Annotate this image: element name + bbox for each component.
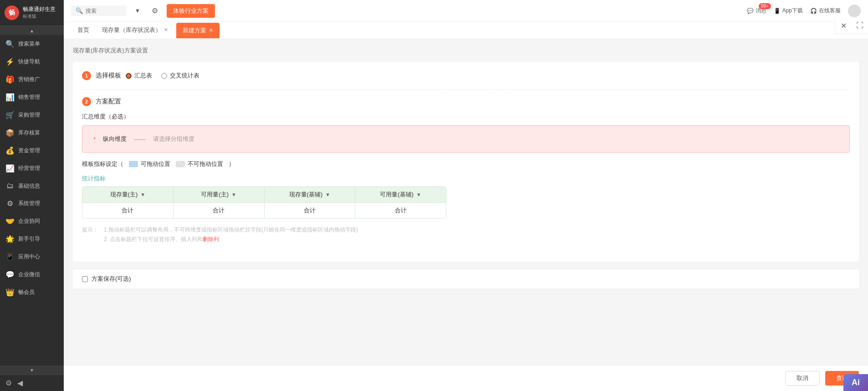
dimension-label: 汇总维度（必选） — [82, 113, 850, 121]
sidebar-item-finance[interactable]: 💰资金管理 — [0, 142, 64, 159]
page-title: 现存量(库存状况表)方案设置 — [73, 46, 859, 55]
stats-col-可用量(主)[interactable]: 可用量(主)▼ — [174, 187, 265, 202]
sidebar-item-sales[interactable]: 📊销售管理 — [0, 88, 64, 106]
settings-icon[interactable]: ⚙ — [5, 379, 12, 387]
sidebar-item-app-center[interactable]: 📱应用中心 — [0, 248, 64, 266]
stats-cell-可用量(基辅): 合计 — [355, 203, 446, 218]
content-area: 现存量(库存状况表)方案设置 1 选择模板 汇总表交叉统计表 2 方案配置 汇总… — [64, 39, 868, 365]
step2-badge: 2 — [82, 97, 91, 106]
stats-row: 合计合计合计合计 — [82, 202, 446, 218]
cancel-button[interactable]: 取消 — [785, 371, 820, 386]
step1-badge: 1 — [82, 71, 91, 80]
search-box[interactable]: 🔍 — [71, 5, 127, 16]
step2-title: 方案配置 — [96, 98, 121, 106]
col-dropdown[interactable]: ▼ — [140, 192, 145, 197]
message-badge: 99+ — [759, 3, 771, 9]
template-radio-group: 汇总表交叉统计表 — [126, 72, 199, 80]
step1-header: 1 选择模板 汇总表交叉统计表 — [82, 71, 850, 80]
sidebar-item-wechat[interactable]: 💬企业微信 — [0, 266, 64, 283]
template-indicator: 模板指标设定（ 可拖动位置 不可拖动位置 ） — [82, 160, 850, 168]
step2-section: 2 方案配置 汇总维度（必选） * 纵向维度 —— 请选择分组维度 模板指标设定… — [82, 97, 850, 243]
sidebar-item-system[interactable]: ⚙系统管理 — [0, 195, 64, 212]
required-mark: * — [93, 136, 96, 143]
dropdown-btn[interactable]: ▼ — [132, 5, 143, 16]
sidebar-item-marketing[interactable]: 🎁营销推广 — [0, 71, 64, 88]
sidebar-item-purchase[interactable]: 🛒采购管理 — [0, 106, 64, 124]
logo-text: 畅康通好生意 标准版 — [23, 6, 56, 20]
radio-summary[interactable]: 汇总表 — [126, 72, 152, 80]
dimension-box: * 纵向维度 —— 请选择分组维度 — [82, 125, 850, 153]
sidebar-scroll-up[interactable]: ▲ — [0, 26, 64, 35]
sidebar-item-search-menu[interactable]: 🔍搜索菜单 — [0, 35, 64, 53]
sidebar-item-operation[interactable]: 📈经营管理 — [0, 159, 64, 177]
purchase-icon: 🛒 — [5, 111, 15, 119]
sidebar-item-cooperation[interactable]: 🤝企业协同 — [0, 212, 64, 230]
window-expand-btn[interactable]: ⛶ — [852, 17, 868, 34]
sidebar-item-inventory[interactable]: 📦库存核算 — [0, 124, 64, 142]
save-checkbox[interactable] — [82, 276, 88, 282]
save-checkbox-row: 方案保存(可选) — [73, 269, 859, 288]
stats-table: 现存量(主)▼可用量(主)▼现存量(基辅)▼可用量(基辅)▼ 合计合计合计合计 — [82, 186, 446, 219]
app-download-btn[interactable]: 📱 App下载 — [774, 7, 803, 15]
dimension-placeholder[interactable]: 请选择分组维度 — [153, 135, 194, 143]
message-icon: 💬 — [747, 8, 754, 14]
tab-0[interactable]: 首页 — [71, 22, 96, 39]
logo-icon: 畅 — [5, 5, 19, 20]
topbar: 🔍 ▼ ⚙ 体验行业方案 💬 消息 99+ 📱 App下载 🎧 在线客服 — [64, 0, 868, 22]
operation-icon: 📈 — [5, 164, 15, 173]
user-avatar[interactable] — [848, 5, 861, 17]
member-icon: 👑 — [5, 288, 15, 297]
stats-cell-现存量(基辅): 合计 — [265, 203, 356, 218]
trial-btn[interactable]: 体验行业方案 — [167, 4, 215, 18]
movable-box — [129, 161, 138, 167]
system-icon: ⚙ — [5, 199, 15, 208]
inventory-icon: 📦 — [5, 129, 15, 137]
collapse-icon[interactable]: ◀ — [17, 379, 23, 387]
tab-2[interactable]: 新建方案✕ — [176, 23, 220, 38]
tab-close-2[interactable]: ✕ — [209, 27, 213, 33]
cooperation-icon: 🤝 — [5, 217, 15, 226]
main-area: 🔍 ▼ ⚙ 体验行业方案 💬 消息 99+ 📱 App下载 🎧 在线客服 — [64, 0, 868, 391]
stats-col-现存量(基辅)[interactable]: 现存量(基辅)▼ — [265, 187, 356, 202]
sidebar-bottom: ⚙ ◀ — [0, 375, 64, 391]
quick-nav-icon: ⚡ — [5, 57, 15, 66]
tip2: 2. 点击标题栏下拉可设置排序、插入列和删除列 — [82, 236, 850, 243]
dimension-row: * 纵向维度 —— 请选择分组维度 — [93, 135, 838, 143]
ai-badge[interactable]: Ai — [843, 374, 868, 391]
tip1: 提示： 1.拖动标题栏可以调整布局，不可跨维度或指标区域拖动栏目字段(只能在同一… — [82, 226, 850, 234]
tab-close-1[interactable]: ✕ — [164, 27, 168, 33]
window-close-btn[interactable]: ✕ — [835, 17, 852, 34]
tab-1[interactable]: 现存量（库存状况表）✕ — [96, 22, 174, 39]
sidebar-item-member[interactable]: 👑畅会员 — [0, 283, 64, 301]
indicator-prefix: 模板指标设定（ — [82, 160, 123, 168]
sidebar-scroll-down[interactable]: ▼ — [0, 365, 64, 375]
search-input[interactable] — [86, 8, 122, 14]
sidebar-item-quick-nav[interactable]: ⚡快捷导航 — [0, 53, 64, 71]
sidebar-item-guide[interactable]: 🌟新手引导 — [0, 230, 64, 248]
base-info-icon: 🗂 — [5, 182, 15, 190]
col-dropdown[interactable]: ▼ — [416, 192, 421, 197]
tabs-bar: ✕ ⛶ 首页现存量（库存状况表）✕新建方案✕ — [64, 22, 868, 39]
messages-btn[interactable]: 💬 消息 99+ — [747, 7, 766, 15]
divider1 — [82, 89, 850, 90]
sidebar-item-base-info[interactable]: 🗂基础信息 — [0, 177, 64, 195]
radio-cross[interactable]: 交叉统计表 — [161, 72, 199, 80]
dimension-name: 纵向维度 — [103, 135, 127, 143]
step1-title: 选择模板 — [96, 72, 121, 80]
step2-header: 2 方案配置 — [82, 97, 850, 106]
marketing-icon: 🎁 — [5, 75, 15, 84]
app-center-icon: 📱 — [5, 252, 15, 261]
stats-header: 现存量(主)▼可用量(主)▼现存量(基辅)▼可用量(基辅)▼ — [82, 187, 446, 202]
col-dropdown[interactable]: ▼ — [325, 192, 330, 197]
stats-col-可用量(基辅)[interactable]: 可用量(基辅)▼ — [355, 187, 446, 202]
sidebar-logo: 畅 畅康通好生意 标准版 — [0, 0, 64, 26]
topbar-right: 💬 消息 99+ 📱 App下载 🎧 在线客服 — [747, 5, 861, 17]
topbar-settings-btn[interactable]: ⚙ — [148, 5, 161, 17]
sidebar: 畅 畅康通好生意 标准版 ▲ 🔍搜索菜单⚡快捷导航🎁营销推广📊销售管理🛒采购管理… — [0, 0, 64, 391]
stats-cell-现存量(主): 合计 — [82, 203, 174, 218]
action-bar: 取消 查询 — [64, 365, 868, 391]
col-dropdown[interactable]: ▼ — [231, 192, 236, 197]
stats-col-现存量(主)[interactable]: 现存量(主)▼ — [82, 187, 174, 202]
online-service-btn[interactable]: 🎧 在线客服 — [810, 7, 841, 15]
headset-icon: 🎧 — [810, 8, 817, 14]
